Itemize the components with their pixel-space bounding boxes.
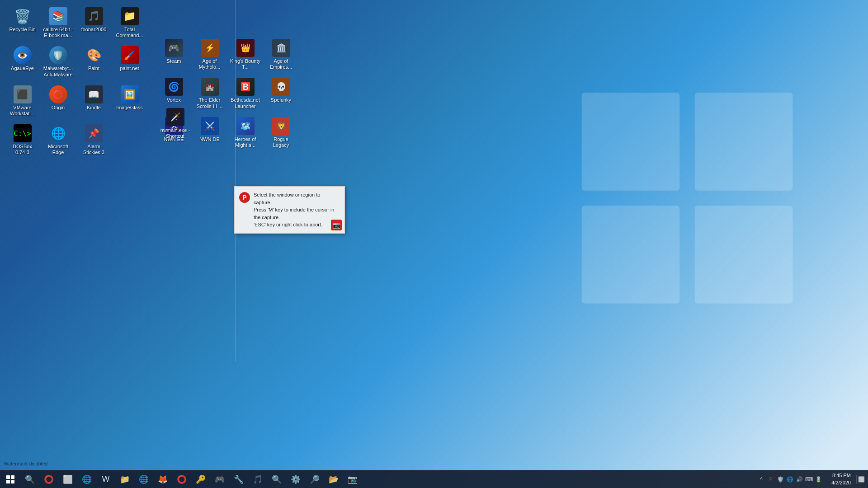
edge-icon: 🌐	[49, 124, 67, 142]
calibre-label: calibre 64bit - E-book ma...	[43, 27, 73, 38]
age-myth-icon: ⚡	[201, 39, 219, 57]
icon-vmware[interactable]: ⬛ VMware Workstati...	[5, 84, 39, 118]
icon-calibre[interactable]: 📚 calibre 64bit - E-book ma...	[41, 5, 75, 40]
icon-alarm-stickies[interactable]: 📌 Alarm Stickies 3	[77, 122, 111, 157]
icon-recycle-bin[interactable]: 🗑️ Recycle Bin	[5, 5, 39, 34]
taskbar-nexus[interactable]: 🔧	[229, 470, 248, 488]
icon-dosbox[interactable]: C:\> DOSBox 0.74-3	[5, 122, 39, 157]
icon-heroes-might[interactable]: 🗺️ Heroes of Might a...	[228, 115, 262, 150]
taskbar-search[interactable]: 🔍	[20, 470, 39, 488]
steam-label: Steam	[167, 58, 181, 64]
taskbar-file-explorer[interactable]: 📁	[115, 470, 134, 488]
popup-text: Select the window or region to capture. …	[254, 191, 339, 229]
svg-rect-1	[695, 93, 793, 191]
svg-rect-5	[11, 475, 14, 479]
taskbar-vlc[interactable]: 🎵	[248, 470, 267, 488]
tray-battery[interactable]: 🔋	[814, 475, 822, 483]
paint-icon: 🎨	[85, 46, 103, 64]
popup-content: P Select the window or region to capture…	[239, 191, 339, 229]
taskbar-steam-tb[interactable]: 🎮	[210, 470, 229, 488]
taskbar-clock[interactable]: 8:45 PM 4/2/2020	[828, 472, 854, 486]
taskbar-search2[interactable]: 🔍	[267, 470, 286, 488]
alarm-icon: 📌	[85, 124, 103, 142]
icon-steam[interactable]: 🎮 Steam	[157, 37, 191, 66]
tray-show-hidden[interactable]: ^	[757, 475, 765, 483]
origin-icon: ⭕	[49, 85, 67, 103]
kings-icon: 👑	[236, 39, 255, 57]
origin-label: Origin	[52, 105, 65, 111]
icon-kindle[interactable]: 📖 Kindle	[77, 84, 111, 113]
nwmain-label: nwmain.exe - Shortcut	[160, 127, 190, 139]
start-button[interactable]	[0, 470, 20, 488]
dosbox-label: DOSBox 0.74-3	[7, 144, 38, 155]
malwarebytes-label: Malwarebyt... Anti-Malware	[43, 66, 73, 77]
svg-rect-6	[6, 480, 10, 483]
icon-imageglass[interactable]: 🖼️ ImageGlass	[113, 84, 146, 113]
taskbar-magnifier[interactable]: 🔎	[305, 470, 324, 488]
icon-age-empires[interactable]: 🏛️ Age of Empires...	[264, 37, 298, 72]
icon-paint[interactable]: 🎨 Paint	[77, 44, 111, 73]
tray-speakers[interactable]: 🔊	[795, 475, 803, 483]
show-desktop-button[interactable]: ⬜	[856, 475, 864, 483]
icon-age-mythology[interactable]: ⚡ Age of Mytholo...	[193, 37, 226, 72]
age-emp-label: Age of Empires...	[266, 58, 296, 70]
recycle-bin-icon: 🗑️	[14, 7, 32, 25]
taskbar-files[interactable]: 📂	[324, 470, 343, 488]
windows-logo-watermark	[574, 81, 800, 352]
imageglass-label: ImageGlass	[116, 105, 143, 111]
svg-rect-0	[582, 93, 680, 191]
tes-icon: 🏰	[201, 78, 219, 96]
taskbar-settings[interactable]: ⚙️	[286, 470, 305, 488]
taskbar-ie[interactable]: 🌐	[77, 470, 96, 488]
icon-total-commander[interactable]: 📁 Total Command...	[113, 5, 146, 40]
tray-picpick-red[interactable]: P	[767, 475, 775, 483]
totalcmd-label: Total Command...	[114, 27, 145, 38]
taskbar-pinned-icons: 🔍 ⭕ ⬜ 🌐 W 📁 🌐 🦊 ⭕ 🔑 🎮 🔧 🎵 🔍 ⚙️ 🔎 📂 📷	[20, 470, 757, 488]
taskbar-picpick[interactable]: 📷	[343, 470, 362, 488]
icon-malwarebytes[interactable]: 🛡️ Malwarebyt... Anti-Malware	[41, 44, 75, 79]
icon-agaueeye[interactable]: 👁️ AgaueEye	[5, 44, 39, 73]
kings-label: King's Bounty T...	[230, 58, 260, 70]
icon-nwmain[interactable]: 🗡️ nwmain.exe - Shortcut	[158, 106, 192, 141]
icon-nwnde[interactable]: ⚔️ NWN DE	[193, 115, 226, 144]
steam-icon: 🎮	[165, 39, 183, 57]
tray-keyboard[interactable]: ⌨	[805, 475, 813, 483]
icon-foobar2000[interactable]: 🎵 foobar2000	[77, 5, 111, 34]
watermark-text: Watermark disabled	[4, 461, 47, 466]
capture-popup: P Select the window or region to capture…	[234, 186, 345, 234]
svg-rect-3	[695, 206, 793, 304]
taskbar-right: ^ P 🛡️ 🌐 🔊 ⌨ 🔋 8:45 PM 4/2/2020 ⬜	[757, 472, 868, 486]
icon-rogue-legacy[interactable]: 🦁 Rogue Legacy	[264, 115, 298, 150]
nwmain-icon-area: 🗡️ nwmain.exe - Shortcut	[157, 105, 193, 142]
icon-paintnet[interactable]: 🖌️ paint.net	[113, 44, 146, 73]
icon-spelunky[interactable]: 💀 Spelunky	[264, 76, 298, 105]
vmware-icon: ⬛	[14, 85, 32, 103]
system-tray: ^ P 🛡️ 🌐 🔊 ⌨ 🔋	[757, 475, 822, 483]
alarm-label: Alarm Stickies 3	[79, 144, 109, 155]
taskbar-ff[interactable]: 🦊	[153, 470, 172, 488]
popup-camera-button[interactable]: 📷	[331, 220, 342, 230]
age-emp-icon: 🏛️	[272, 39, 290, 57]
icon-elder-scrolls[interactable]: 🏰 The Elder Scrolls III ...	[193, 76, 226, 111]
tray-network[interactable]: 🌐	[786, 475, 794, 483]
spelunky-label: Spelunky	[271, 97, 291, 103]
paint-label: Paint	[88, 66, 99, 71]
icon-vortex[interactable]: 🌀 Vortex	[157, 76, 191, 105]
paintnet-label: paint.net	[120, 66, 139, 71]
icon-kings-bounty[interactable]: 👑 King's Bounty T...	[228, 37, 262, 72]
taskbar-edge-browser[interactable]: 🌐	[134, 470, 153, 488]
taskbar-cortana[interactable]: ⭕	[39, 470, 58, 488]
calibre-icon: 📚	[49, 7, 67, 25]
nwnde-label: NWN DE	[199, 136, 220, 142]
icon-bethesda[interactable]: 🅱️ Bethesda.net Launcher	[228, 76, 262, 111]
taskbar-chrome[interactable]: ⭕	[172, 470, 191, 488]
taskbar-task-view[interactable]: ⬜	[58, 470, 77, 488]
icon-microsoft-edge[interactable]: 🌐 Microsoft Edge	[41, 122, 75, 157]
icon-origin[interactable]: ⭕ Origin	[41, 84, 75, 113]
taskbar-word[interactable]: W	[96, 470, 115, 488]
agaueeye-icon: 👁️	[14, 46, 32, 64]
vmware-label: VMware Workstati...	[7, 105, 38, 117]
taskbar-bitwarden[interactable]: 🔑	[191, 470, 210, 488]
nwmain-icon: 🗡️	[166, 108, 184, 126]
tray-shield[interactable]: 🛡️	[776, 475, 784, 483]
